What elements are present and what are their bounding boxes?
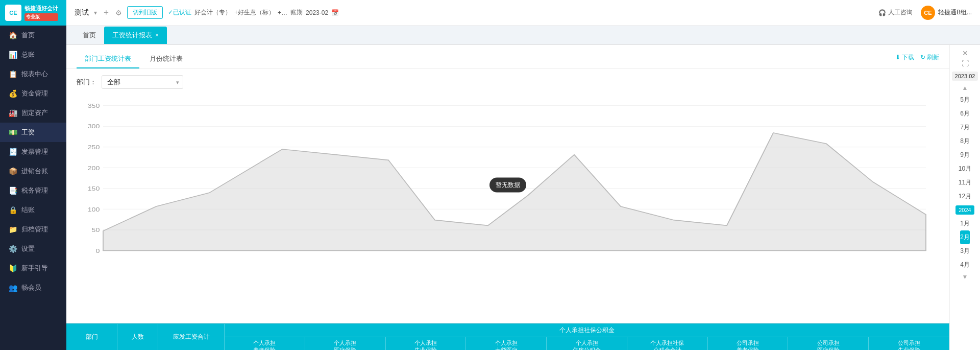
sidebar-item-工资[interactable]: 💵工资 xyxy=(0,123,66,142)
table-header: 部门 人数 应发工资合计 个人承担社保公积金 个人承担养老保险 个人承担医疗保险… xyxy=(66,323,949,350)
col-company-unemployment: 公司承担失业保险 xyxy=(869,337,949,350)
months-2023: 5月6月7月8月9月10月11月12月 xyxy=(959,93,971,203)
month-item[interactable]: 12月 xyxy=(959,190,971,203)
nav-icon: 🧾 xyxy=(8,148,17,156)
group-personal-insurance: 个人承担社保公积金 个人承担养老保险 个人承担医疗保险 个人承担失业保险 个人承… xyxy=(225,324,949,350)
avatar: CE xyxy=(921,6,935,20)
nav-icon: ⚙️ xyxy=(8,245,17,253)
month-item[interactable]: 9月 xyxy=(959,148,971,162)
nav-icon: 📦 xyxy=(8,167,17,175)
dropdown-arrow-icon[interactable]: ▾ xyxy=(94,9,97,16)
department-select[interactable]: 全部 部门1 部门2 xyxy=(102,75,183,89)
filter-row: 部门： 全部 部门1 部门2 ▾ xyxy=(66,69,949,95)
month-item[interactable]: 4月 xyxy=(960,258,970,272)
nav-icon: 🏭 xyxy=(8,109,17,117)
status-bar: ✓已认证 好会计（专） +好生意（标） +… 账期 2023-02 📅 xyxy=(168,8,339,17)
expand-panel-icon[interactable]: ⛶ xyxy=(962,59,969,67)
sidebar-item-资金管理[interactable]: 💰资金管理 xyxy=(0,84,66,103)
refresh-button[interactable]: ↻ 刷新 xyxy=(920,53,939,62)
right-panel: ✕ ⛶ 2023.02 ▲ 5月6月7月8月9月10月11月12月 2024 1… xyxy=(949,45,980,350)
col-personal-major-medical: 个人承担大额医疗 xyxy=(466,337,547,350)
nav-icon: 📋 xyxy=(8,70,17,78)
svg-text:150: 150 xyxy=(88,185,100,192)
month-item[interactable]: 5月 xyxy=(959,93,971,107)
month-item[interactable]: 10月 xyxy=(959,162,971,176)
nav-down: ▼ xyxy=(962,274,968,280)
sidebar-item-设置[interactable]: ⚙️设置 xyxy=(0,239,66,259)
svg-text:100: 100 xyxy=(88,206,100,213)
sidebar-item-首页[interactable]: 🏠首页 xyxy=(0,26,66,45)
sidebar-item-总账[interactable]: 📊总账 xyxy=(0,45,66,64)
group-subs: 个人承担养老保险 个人承担医疗保险 个人承担失业保险 个人承担大额医疗 个人承担… xyxy=(225,337,949,350)
svg-text:0: 0 xyxy=(96,247,100,254)
svg-text:50: 50 xyxy=(92,226,100,233)
sidebar-nav: 🏠首页📊总账📋报表中心💰资金管理🏭固定资产💵工资🧾发票管理📦进销台账📑税务管理🔒… xyxy=(0,26,66,297)
switch-old-button[interactable]: 切到旧版 xyxy=(127,6,163,19)
month-item[interactable]: 11月 xyxy=(959,176,971,190)
sidebar-item-畅会员[interactable]: 👥畅会员 xyxy=(0,278,66,297)
subtab-monthly[interactable]: 月份统计表 xyxy=(141,50,191,68)
sidebar-item-固定资产[interactable]: 🏭固定资产 xyxy=(0,103,66,123)
subtab-department[interactable]: 部门工资统计表 xyxy=(77,50,139,68)
tab-home[interactable]: 首页 xyxy=(75,27,104,44)
nav-icon: 📊 xyxy=(8,51,17,59)
nav-icon: 📁 xyxy=(8,225,17,234)
account-type1: 好会计（专） xyxy=(194,8,231,17)
svg-text:300: 300 xyxy=(88,123,100,130)
col-total-salary: 应发工资合计 xyxy=(158,324,225,350)
account-type2: +好生意（标） xyxy=(234,8,275,17)
scroll-up-icon[interactable]: ▲ xyxy=(962,85,968,91)
nav-icon: 🔰 xyxy=(8,264,17,272)
tab-salary-report[interactable]: 工资统计报表 × xyxy=(104,27,167,44)
sidebar-item-报表中心[interactable]: 📋报表中心 xyxy=(0,64,66,84)
logo-icon: CE xyxy=(5,5,21,21)
chart-tooltip: 暂无数据 xyxy=(489,178,526,193)
nav-icon: 💰 xyxy=(8,89,17,98)
tab-bar: 首页 工资统计报表 × xyxy=(66,26,980,45)
chart-container: 350 300 250 200 150 100 50 0 暂无数据 xyxy=(77,100,939,264)
nav-icon: 💵 xyxy=(8,128,17,136)
svg-text:200: 200 xyxy=(88,165,100,171)
month-item[interactable]: 1月 xyxy=(960,217,970,230)
month-item[interactable]: 2月 xyxy=(960,230,970,244)
topbar-right: 🎧 人工咨询 CE 轻捷通B组... xyxy=(878,6,972,20)
sidebar-item-新手引导[interactable]: 🔰新手引导 xyxy=(0,259,66,278)
col-personal-unemployment: 个人承担失业保险 xyxy=(386,337,467,350)
refresh-icon: ↻ xyxy=(920,54,925,61)
calendar-icon[interactable]: 📅 xyxy=(331,9,339,16)
app-name: 畅捷通好会计 xyxy=(24,5,58,12)
nav-icon: 👥 xyxy=(8,284,17,292)
user-name: 轻捷通B组... xyxy=(938,8,972,17)
content-area: 部门工资统计表 月份统计表 ⬇ 下载 ↻ 刷新 部门： xyxy=(66,45,980,350)
scroll-down-icon[interactable]: ▼ xyxy=(962,274,968,280)
months-2024: 1月2月3月4月 xyxy=(960,217,970,272)
month-item[interactable]: 7月 xyxy=(959,121,971,134)
user-menu[interactable]: CE 轻捷通B组... xyxy=(921,6,972,20)
sidebar-item-发票管理[interactable]: 🧾发票管理 xyxy=(0,142,66,161)
gear-icon[interactable]: ⚙ xyxy=(115,9,122,17)
add-icon[interactable]: ＋ xyxy=(102,7,110,18)
topbar-title: 测试 xyxy=(75,8,89,17)
sidebar-item-结账[interactable]: 🔒结账 xyxy=(0,200,66,220)
month-item[interactable]: 6月 xyxy=(959,107,971,121)
year-2023-label[interactable]: 2023.02 xyxy=(952,72,978,81)
col-department: 部门 xyxy=(66,324,117,350)
sidebar-item-归档管理[interactable]: 📁归档管理 xyxy=(0,220,66,239)
group-title: 个人承担社保公积金 xyxy=(225,324,949,337)
svg-text:250: 250 xyxy=(88,144,100,150)
download-button[interactable]: ⬇ 下载 xyxy=(895,53,914,62)
close-panel-icon[interactable]: ✕ xyxy=(962,49,968,57)
month-item[interactable]: 3月 xyxy=(960,244,970,258)
edition-badge: 专业版 xyxy=(24,13,58,21)
col-company-medical: 公司承担医疗保险 xyxy=(788,337,869,350)
col-company-pension: 公司承担养老保险 xyxy=(708,337,789,350)
sidebar: CE 畅捷通好会计 专业版 🏠首页📊总账📋报表中心💰资金管理🏭固定资产💵工资🧾发… xyxy=(0,0,66,350)
close-tab-icon[interactable]: × xyxy=(155,32,159,39)
filter-label: 部门： xyxy=(77,78,96,87)
service-button[interactable]: 🎧 人工咨询 xyxy=(878,8,913,17)
month-item[interactable]: 8月 xyxy=(959,134,971,148)
account-type3: +… xyxy=(278,9,287,16)
sidebar-item-进销台账[interactable]: 📦进销台账 xyxy=(0,161,66,181)
sidebar-item-税务管理[interactable]: 📑税务管理 xyxy=(0,181,66,200)
year-2024-label[interactable]: 2024 xyxy=(955,205,974,215)
